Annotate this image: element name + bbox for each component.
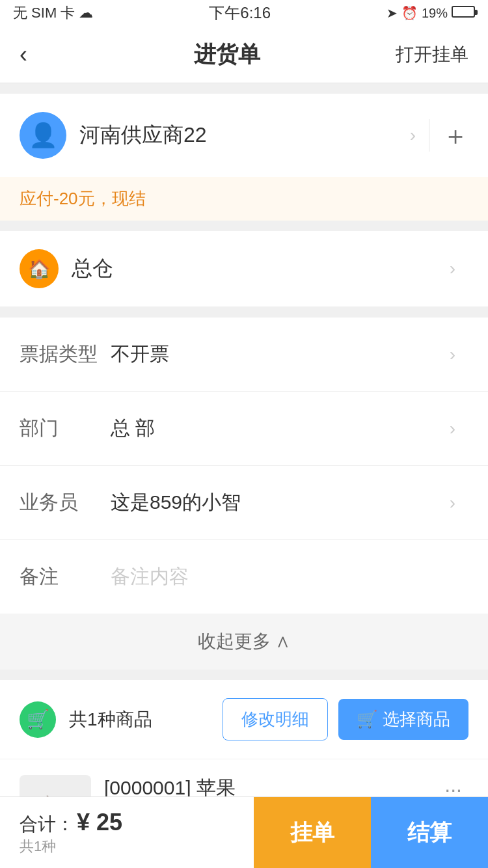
product-count-label: 共1种商品 [69, 707, 223, 732]
bottom-bar: 合计： ¥ 25 共1种 挂单 结算 [0, 796, 488, 868]
battery-icon [452, 6, 475, 21]
status-left: 无 SIM 卡 ☁ [13, 3, 93, 23]
total-row: 合计： ¥ 25 [20, 809, 254, 837]
location-icon: ➤ [386, 5, 398, 21]
product-count-icon-wrap: 🛒 [20, 701, 56, 738]
open-pending-button[interactable]: 打开挂单 [396, 42, 468, 67]
status-time: 下午6:16 [209, 3, 271, 23]
separator-3 [0, 306, 488, 317]
total-count: 共1种 [20, 837, 254, 856]
nav-bar: ‹ 进货单 打开挂单 [0, 26, 488, 83]
status-right: ➤ ⏰ 19% [386, 5, 475, 21]
status-bar: 无 SIM 卡 ☁ 下午6:16 ➤ ⏰ 19% [0, 0, 488, 26]
divider [429, 119, 429, 152]
department-chevron-icon: › [450, 418, 455, 439]
edit-detail-button[interactable]: 修改明细 [223, 698, 328, 740]
department-label: 部门 [20, 415, 111, 442]
invoice-row[interactable]: 票据类型 不开票 › [0, 317, 488, 391]
salesperson-label: 业务员 [20, 489, 111, 516]
warehouse-icon: 🏠 [28, 258, 51, 280]
warehouse-icon-wrap: 🏠 [20, 249, 59, 288]
salesperson-row[interactable]: 业务员 这是859的小智 › [0, 465, 488, 539]
alarm-icon: ⏰ [401, 5, 418, 21]
total-amount: ¥ 25 [77, 809, 122, 836]
page-title: 进货单 [194, 40, 260, 70]
invoice-label: 票据类型 [20, 341, 111, 368]
total-section: 合计： ¥ 25 共1种 [0, 797, 254, 868]
supplier-avatar: 👤 [20, 112, 66, 159]
back-button[interactable]: ‹ [20, 41, 59, 68]
warehouse-name: 总仓 [72, 254, 450, 283]
note-row[interactable]: 备注 备注内容 [0, 539, 488, 614]
hang-order-button[interactable]: 挂单 [254, 797, 371, 868]
supplier-row[interactable]: 👤 河南供应商22 › ＋ [0, 94, 488, 177]
avatar-icon: 👤 [29, 122, 58, 149]
product-title: 苹果 [197, 777, 236, 798]
department-value: 总 部 [111, 415, 450, 442]
collapse-bar[interactable]: 收起更多 ∧ [0, 614, 488, 670]
invoice-value: 不开票 [111, 341, 450, 368]
add-button[interactable]: ＋ [442, 118, 468, 154]
invoice-chevron-icon: › [450, 344, 455, 365]
supplier-name: 河南供应商22 [79, 121, 410, 150]
battery-percent: 19% [422, 6, 448, 21]
separator-1 [0, 83, 488, 94]
select-product-button[interactable]: 🛒 选择商品 [338, 699, 468, 740]
warehouse-section: 🏠 总仓 › [0, 231, 488, 306]
warning-bar: 应付-20元，现结 [0, 177, 488, 221]
select-product-cart-icon: 🛒 [357, 709, 377, 729]
cart-icon: 🛒 [27, 709, 49, 730]
salesperson-chevron-icon: › [450, 493, 455, 513]
separator-2 [0, 221, 488, 231]
checkout-button[interactable]: 结算 [371, 797, 488, 868]
warehouse-chevron-icon: › [450, 258, 455, 279]
salesperson-value: 这是859的小智 [111, 489, 450, 516]
separator-4 [0, 670, 488, 680]
note-label: 备注 [20, 563, 111, 590]
product-code: [0000001] [104, 777, 191, 798]
total-label: 合计： [20, 812, 74, 837]
supplier-section: 👤 河南供应商22 › ＋ 应付-20元，现结 [0, 94, 488, 221]
chevron-right-icon: › [410, 125, 416, 146]
sim-label: 无 SIM 卡 ☁ [13, 3, 93, 23]
department-row[interactable]: 部门 总 部 › [0, 391, 488, 465]
form-section: 票据类型 不开票 › 部门 总 部 › 业务员 这是859的小智 › 备注 备注… [0, 317, 488, 614]
note-input[interactable]: 备注内容 [111, 563, 468, 590]
product-header: 🛒 共1种商品 修改明细 🛒 选择商品 [0, 680, 488, 759]
warehouse-row[interactable]: 🏠 总仓 › [0, 231, 488, 306]
